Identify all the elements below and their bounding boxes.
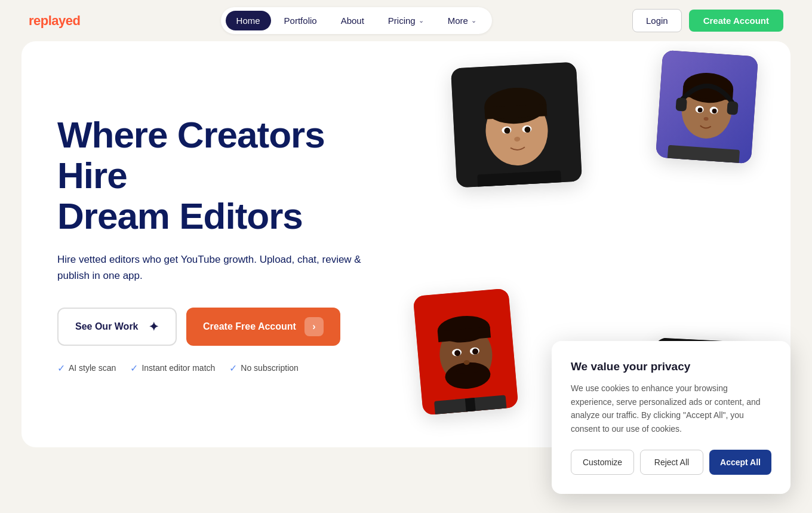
editor-photo-2 [656,50,758,164]
svg-point-26 [431,396,513,416]
svg-point-35 [463,360,470,365]
create-free-account-button[interactable]: Create Free Account › [186,308,340,346]
svg-point-19 [695,106,704,113]
svg-point-27 [437,322,494,386]
nav-menu: Home Portfolio About Pricing ⌄ More ⌄ [221,7,492,34]
svg-point-6 [522,125,532,133]
svg-point-15 [682,71,734,105]
svg-point-31 [452,349,462,357]
svg-rect-16 [682,86,733,100]
svg-rect-36 [457,367,479,374]
cookie-title: We value your privacy [571,360,771,373]
svg-rect-29 [438,327,491,342]
svg-point-1 [477,170,564,188]
svg-point-21 [697,107,703,113]
svg-point-22 [712,109,717,114]
cookie-buttons: Customize Reject All Accept All [571,450,771,475]
hero-title: Where Creators Hire Dream Editors [57,115,404,237]
nav-item-home[interactable]: Home [226,11,271,30]
svg-rect-4 [484,104,547,119]
nav-item-portfolio[interactable]: Portfolio [273,11,328,30]
svg-point-3 [484,86,548,125]
svg-point-13 [665,149,740,164]
svg-rect-0 [451,62,582,188]
svg-point-20 [709,106,718,114]
nav-item-pricing[interactable]: Pricing ⌄ [377,11,435,30]
logo[interactable]: replayed [29,13,81,29]
svg-point-8 [524,127,531,133]
sparkle-icon: ✦ [149,320,159,334]
create-account-button[interactable]: Create Account [689,10,783,32]
badge-ai-scan: ✓ AI style scan [57,363,116,374]
svg-point-32 [469,347,479,355]
svg-rect-12 [656,50,758,164]
svg-rect-38 [465,398,476,416]
reject-all-button[interactable]: Reject All [640,450,703,475]
svg-point-7 [504,128,510,134]
customize-button[interactable]: Customize [571,450,634,475]
svg-point-33 [454,350,461,357]
more-chevron-icon: ⌄ [471,17,476,24]
svg-point-2 [484,94,550,167]
svg-point-28 [436,314,491,345]
svg-rect-37 [434,395,508,415]
svg-point-14 [679,79,733,140]
svg-rect-18 [727,101,738,115]
accept-all-button[interactable]: Accept All [709,450,771,475]
see-our-work-button[interactable]: See Our Work ✦ [57,308,177,346]
svg-point-23 [703,117,708,121]
cookie-body: We use cookies to enhance your browsing … [571,382,771,435]
nav-item-more[interactable]: More ⌄ [437,11,487,30]
svg-rect-17 [675,97,687,111]
svg-point-30 [444,361,492,391]
check-icon-no-sub: ✓ [229,363,237,374]
hero-subtitle: Hire vetted editors who get YouTube grow… [57,251,368,284]
svg-point-5 [502,126,512,134]
badge-no-subscription: ✓ No subscription [229,363,299,374]
login-button[interactable]: Login [632,9,682,32]
svg-point-34 [472,348,479,355]
svg-rect-10 [477,170,562,188]
hero-cta-group: See Our Work ✦ Create Free Account › [57,308,404,346]
nav-actions: Login Create Account [632,9,783,32]
check-icon-ai: ✓ [57,363,65,374]
svg-rect-11 [656,50,758,164]
cookie-consent-modal: We value your privacy We use cookies to … [552,341,791,494]
svg-rect-24 [667,145,740,164]
check-icon-instant: ✓ [130,363,138,374]
hero-content: Where Creators Hire Dream Editors Hire v… [21,79,439,410]
editor-photo-1 [451,62,582,188]
nav-item-about[interactable]: About [330,11,375,30]
arrow-icon: › [304,317,324,336]
feature-badges: ✓ AI style scan ✓ Instant editor match ✓… [57,363,404,374]
navbar: replayed Home Portfolio About Pricing ⌄ … [0,0,812,41]
badge-instant-match: ✓ Instant editor match [130,363,215,374]
svg-point-9 [514,137,520,142]
pricing-chevron-icon: ⌄ [419,17,424,24]
brand-name: replayed [29,13,81,29]
